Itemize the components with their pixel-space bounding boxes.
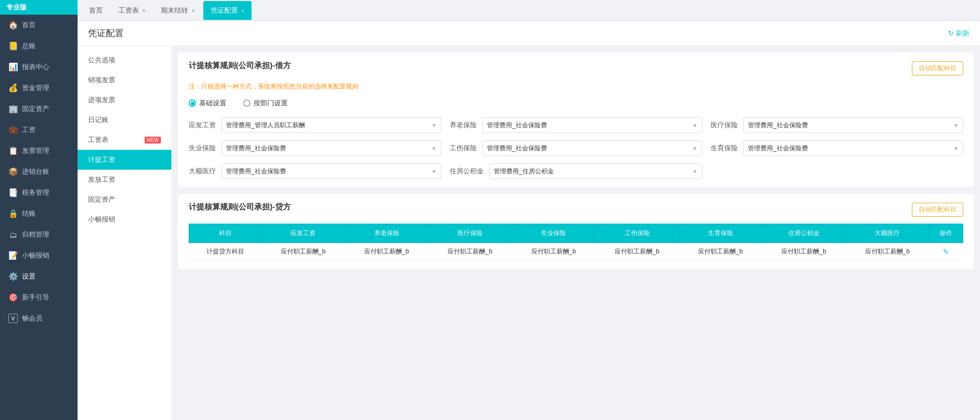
- sub-nav-journal[interactable]: 日记账: [78, 110, 171, 130]
- member-icon: V: [8, 314, 18, 323]
- sub-nav-fixed-assets[interactable]: 固定资产: [78, 190, 171, 209]
- sub-nav-public-label: 公共选项: [88, 56, 115, 65]
- yanglao-label: 养老保险: [450, 120, 477, 130]
- dropdown-arrow: ▼: [431, 146, 437, 151]
- debit-section-header: 计提核算规则(公司承担)-借方 自动匹配科目: [189, 61, 963, 76]
- tab-period-close[interactable]: 期末结转 ×: [154, 1, 202, 20]
- sidebar-item-archive[interactable]: 🗂 归档管理: [0, 224, 78, 245]
- radio-dept[interactable]: 按部门设置: [243, 98, 288, 108]
- yanglao-value: 管理费用_社会保险费: [487, 121, 547, 130]
- form-item-gongshang: 工伤保险 管理费用_社会保险费 ▼: [450, 140, 702, 156]
- sub-nav-payroll-table-label: 工资表: [88, 135, 108, 145]
- sidebar-item-label: 资金管理: [22, 83, 49, 93]
- main-area: 首页 工资表 × 期末结转 × 凭证配置 × 凭证配置 ↻ 刷新: [78, 0, 980, 420]
- credit-table: 科目 应发工资 养老保险 医疗保险 失业保险 工伤保险 生育保险 住房公积金 大…: [189, 224, 963, 261]
- sidebar-item-funds[interactable]: 💰 资金管理: [0, 78, 78, 98]
- sidebar-item-label: 总账: [22, 41, 36, 51]
- debit-auto-match-button[interactable]: 自动匹配科目: [912, 61, 963, 75]
- form-item-yanglao: 养老保险 管理费用_社会保险费 ▼: [450, 117, 702, 133]
- tab-home-label: 首页: [89, 6, 103, 15]
- content-wrapper: 公共选项 销项发票 进项发票 日记账 工资表 NEW 计提工资: [78, 46, 980, 420]
- sidebar-item-label: 新手引导: [22, 293, 49, 302]
- col-gongshang: 工伤保险: [595, 224, 679, 243]
- sub-nav-public[interactable]: 公共选项: [78, 50, 171, 70]
- form-item-yiliao: 医疗保险 管理费用_社会保险费 ▼: [711, 117, 963, 133]
- yiliao-label: 医疗保险: [711, 120, 738, 130]
- stock-icon: 📦: [8, 167, 18, 176]
- cell-gjj: 应付职工薪酬_b: [762, 243, 845, 261]
- app-title: 专业版: [0, 0, 78, 15]
- home-icon: 🏠: [8, 20, 18, 30]
- dropdown-arrow: ▼: [431, 169, 437, 174]
- yanglao-select[interactable]: 管理费用_社会保险费 ▼: [482, 117, 702, 133]
- sidebar-item-tax[interactable]: 📑 税务管理: [0, 182, 78, 203]
- tab-voucher-config[interactable]: 凭证配置 ×: [203, 1, 252, 20]
- sidebar-item-salary[interactable]: 💼 工资: [0, 119, 78, 140]
- tab-home[interactable]: 首页: [82, 1, 110, 20]
- radio-basic-circle: [189, 100, 196, 107]
- sidebar-item-label: 工资: [22, 125, 36, 135]
- shengyu-select[interactable]: 管理费用_社会保险费 ▼: [743, 140, 963, 156]
- sub-navigation: 公共选项 销项发票 进项发票 日记账 工资表 NEW 计提工资: [78, 46, 172, 420]
- radio-dept-circle: [243, 100, 251, 107]
- tab-bar: 首页 工资表 × 期末结转 × 凭证配置 ×: [78, 0, 980, 21]
- sub-nav-calc-salary[interactable]: 计提工资: [78, 150, 171, 170]
- expense-icon: 📝: [8, 251, 18, 260]
- sidebar-item-close[interactable]: 🔒 结账: [0, 203, 78, 224]
- sidebar-item-reports[interactable]: 📊 报表中心: [0, 57, 78, 78]
- sub-nav-xiaochang-expense[interactable]: 小畅报销: [78, 209, 171, 229]
- cell-action[interactable]: ✎: [929, 243, 963, 261]
- cell-gongshang: 应付职工薪酬_b: [595, 243, 679, 261]
- sidebar-item-guide[interactable]: 🎯 新手引导: [0, 287, 78, 308]
- sidebar-item-ledger[interactable]: 📒 总账: [0, 36, 78, 57]
- debit-form-grid: 应发工资 管理费用_管理人员职工薪酬 ▼ 养老保险 管理费用_社会保险费: [189, 117, 963, 179]
- gjj-label: 住房公积金: [450, 167, 484, 176]
- tab-payroll[interactable]: 工资表 ×: [111, 1, 153, 20]
- tab-payroll-close[interactable]: ×: [142, 7, 145, 14]
- radio-basic[interactable]: 基础设置: [189, 98, 226, 108]
- refresh-button[interactable]: ↻ 刷新: [948, 29, 970, 38]
- gjj-select[interactable]: 管理费用_住房公积金 ▼: [489, 163, 702, 179]
- yiliao-select[interactable]: 管理费用_社会保险费 ▼: [743, 117, 963, 133]
- invoice-icon: 📋: [8, 146, 18, 156]
- sidebar-item-label: 税务管理: [22, 188, 49, 197]
- sidebar-item-invoice[interactable]: 📋 发票管理: [0, 140, 78, 161]
- debit-form-row-3: 大额医疗 管理费用_社会保险费 ▼ 住房公积金 管理费用_住房公积金: [189, 163, 963, 179]
- shiye-select[interactable]: 管理费用_社会保险费 ▼: [221, 140, 441, 156]
- edit-icon[interactable]: ✎: [943, 248, 949, 256]
- cell-shengyu: 应付职工薪酬_b: [679, 243, 762, 261]
- sidebar-item-home[interactable]: 🏠 首页: [0, 15, 78, 36]
- radio-group: 基础设置 按部门设置: [189, 98, 963, 108]
- funds-icon: 💰: [8, 83, 18, 93]
- daeliao-select[interactable]: 管理费用_社会保险费 ▼: [221, 163, 441, 179]
- sub-nav-sales-invoice[interactable]: 销项发票: [78, 70, 171, 90]
- assets-icon: 🏢: [8, 104, 18, 114]
- daeliao-label: 大额医疗: [189, 167, 216, 176]
- credit-section-header: 计提核算规则(公司承担)-贷方 自动匹配科目: [189, 202, 963, 217]
- gongshang-select[interactable]: 管理费用_社会保险费 ▼: [482, 140, 702, 156]
- debit-notice: 注：只能选择一种方式，系统将按照您当前的选择来配置规则: [189, 82, 963, 91]
- credit-auto-match-button[interactable]: 自动匹配科目: [912, 203, 963, 217]
- sidebar: 专业版 🏠 首页 📒 总账 📊 报表中心 💰 资金管理 🏢 固定资产 💼 工资 …: [0, 0, 78, 420]
- new-badge: NEW: [145, 137, 161, 143]
- sub-nav-pay-salary-label: 发放工资: [88, 175, 115, 184]
- sub-nav-pay-salary[interactable]: 发放工资: [78, 170, 171, 190]
- dropdown-arrow: ▼: [692, 146, 698, 151]
- sidebar-item-xiaochang[interactable]: 📝 小畅报销: [0, 245, 78, 266]
- tab-voucher-config-close[interactable]: ×: [241, 7, 244, 14]
- sidebar-item-member[interactable]: V 畅会员: [0, 308, 78, 329]
- sidebar-item-assets[interactable]: 🏢 固定资产: [0, 98, 78, 119]
- debit-form-row-2: 失业保险 管理费用_社会保险费 ▼ 工伤保险 管理费用_社会保险费: [189, 140, 963, 156]
- sidebar-item-settings[interactable]: ⚙️ 设置: [0, 266, 78, 287]
- sub-nav-purchase-invoice[interactable]: 进项发票: [78, 90, 171, 110]
- dropdown-arrow: ▼: [692, 169, 698, 174]
- yingfagongzi-label: 应发工资: [189, 120, 216, 130]
- sub-nav-payroll-table[interactable]: 工资表 NEW: [78, 130, 171, 150]
- sub-nav-journal-label: 日记账: [88, 115, 108, 125]
- reports-icon: 📊: [8, 62, 18, 72]
- yingfagongzi-select[interactable]: 管理费用_管理人员职工薪酬 ▼: [221, 117, 441, 133]
- cell-yiliao: 应付职工薪酬_b: [428, 243, 511, 261]
- yingfagongzi-value: 管理费用_管理人员职工薪酬: [226, 121, 305, 130]
- tab-period-close-close[interactable]: ×: [191, 7, 194, 14]
- sidebar-item-stock[interactable]: 📦 进销台账: [0, 161, 78, 182]
